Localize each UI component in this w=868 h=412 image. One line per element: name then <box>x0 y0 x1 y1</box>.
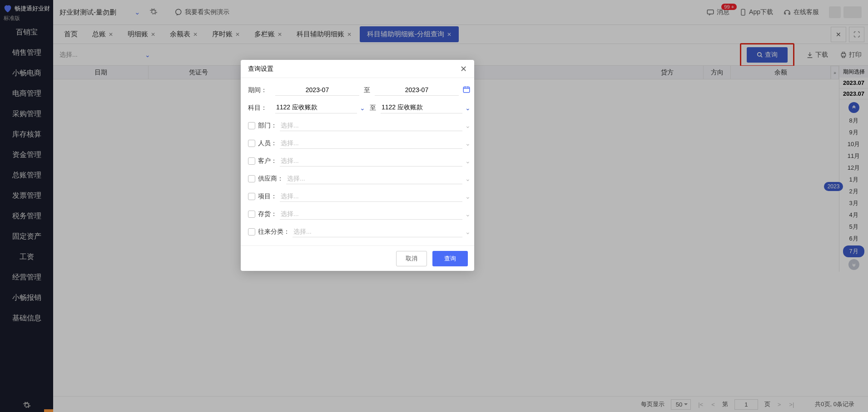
filter-label: 客户： <box>258 157 277 165</box>
period-row: 期间： 至 <box>248 84 471 96</box>
filter-label: 往来分类： <box>258 228 290 236</box>
period-from-input[interactable] <box>275 84 359 96</box>
modal-header: 查询设置 ✕ <box>241 60 474 78</box>
chevron-down-icon[interactable]: ⌄ <box>465 140 471 147</box>
filter-select[interactable] <box>280 191 462 202</box>
modal-title: 查询设置 <box>248 65 273 73</box>
filter-row: 人员：⌄ <box>248 137 471 149</box>
filter-select[interactable] <box>280 208 462 220</box>
account-row: 科目： ⌄ 至 ⌄ <box>248 102 471 113</box>
period-mid: 至 <box>359 86 375 94</box>
filter-row: 存货：⌄ <box>248 208 471 220</box>
filter-label: 人员： <box>258 139 277 147</box>
period-label: 期间： <box>248 86 275 94</box>
checkbox[interactable] <box>248 211 255 218</box>
chevron-down-icon[interactable]: ⌄ <box>465 228 471 235</box>
filter-row: 部门：⌄ <box>248 120 471 131</box>
filter-row: 往来分类：⌄ <box>248 226 471 237</box>
filter-row: 客户：⌄ <box>248 155 471 167</box>
cancel-button[interactable]: 取消 <box>396 251 427 266</box>
chevron-down-icon[interactable]: ⌄ <box>465 104 471 112</box>
filter-label: 存货： <box>258 210 277 218</box>
filter-select[interactable] <box>293 226 462 237</box>
chevron-down-icon[interactable]: ⌄ <box>465 157 471 165</box>
checkbox[interactable] <box>248 157 255 165</box>
checkbox[interactable] <box>248 175 255 182</box>
account-label: 科目： <box>248 104 275 112</box>
checkbox[interactable] <box>248 193 255 200</box>
query-confirm-button[interactable]: 查询 <box>432 251 468 266</box>
chevron-down-icon[interactable]: ⌄ <box>465 193 471 200</box>
modal-body: 期间： 至 科目： ⌄ 至 ⌄ 部门：⌄人员：⌄客户：⌄供应商：⌄项目：⌄存货：… <box>241 78 474 245</box>
svg-rect-6 <box>463 87 470 93</box>
period-to-input[interactable] <box>375 84 459 96</box>
chevron-down-icon[interactable]: ⌄ <box>465 122 471 129</box>
account-from-input[interactable] <box>275 102 357 113</box>
modal-footer: 取消 查询 <box>241 245 474 271</box>
chevron-down-icon[interactable]: ⌄ <box>360 104 365 112</box>
filter-label: 部门： <box>258 122 277 130</box>
account-mid: 至 <box>365 104 381 112</box>
filter-select[interactable] <box>286 173 462 184</box>
modal-close-button[interactable]: ✕ <box>460 64 467 74</box>
calendar-icon[interactable] <box>462 85 471 95</box>
checkbox[interactable] <box>248 228 255 235</box>
account-to-input[interactable] <box>381 102 462 113</box>
filter-select[interactable] <box>280 155 462 167</box>
filter-select[interactable] <box>280 120 462 131</box>
filter-row: 项目：⌄ <box>248 191 471 202</box>
filter-label: 项目： <box>258 192 277 201</box>
filter-select[interactable] <box>280 137 462 149</box>
query-settings-modal: 查询设置 ✕ 期间： 至 科目： ⌄ 至 ⌄ 部门：⌄人员：⌄客户：⌄供应商：⌄… <box>241 60 474 271</box>
checkbox[interactable] <box>248 140 255 147</box>
chevron-down-icon[interactable]: ⌄ <box>465 175 471 182</box>
checkbox[interactable] <box>248 122 255 129</box>
chevron-down-icon[interactable]: ⌄ <box>465 211 471 218</box>
filter-row: 供应商：⌄ <box>248 173 471 184</box>
filter-label: 供应商： <box>258 175 283 183</box>
